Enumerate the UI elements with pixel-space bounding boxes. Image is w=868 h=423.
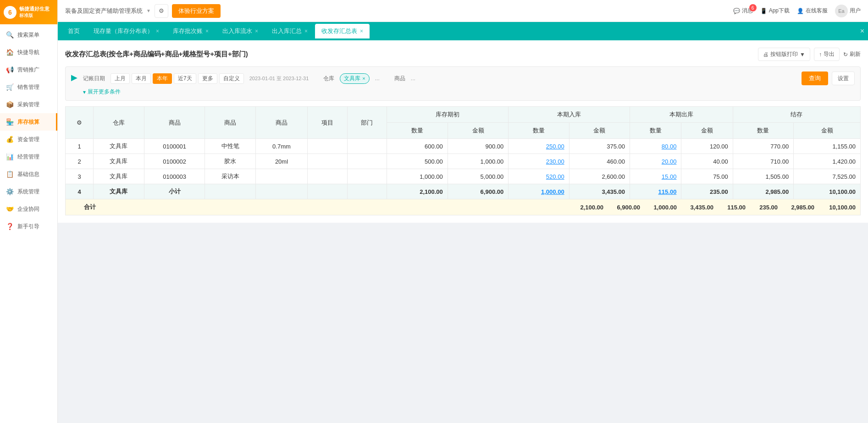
row-open-amt: 900.00 <box>448 139 508 154</box>
subtotal-spec <box>205 184 256 199</box>
operations-icon: 📊 <box>6 153 14 161</box>
tab-in-out-flow[interactable]: 出入库流水 × <box>216 24 265 38</box>
support-button[interactable]: 👤 在线客服 <box>797 7 828 15</box>
subtotal-empty3 <box>347 184 387 199</box>
sidebar-item-quick-nav[interactable]: 🏠 快捷导航 <box>0 44 57 61</box>
row-warehouse: 文具库 <box>94 154 144 169</box>
row-out-qty[interactable]: 80.00 <box>630 139 681 154</box>
date-btn-7days[interactable]: 近7天 <box>174 73 196 84</box>
row-code: 0100002 <box>144 154 205 169</box>
sales-icon: 🛒 <box>6 83 14 91</box>
sidebar-item-guide[interactable]: ❓ 新手引导 <box>0 218 57 235</box>
column-settings-button[interactable]: 设置 <box>832 71 855 85</box>
export-label: 导出 <box>824 50 835 58</box>
goods-more[interactable]: ... <box>411 75 415 82</box>
sidebar-item-purchase[interactable]: 📦 采购管理 <box>0 96 57 113</box>
tab-close-icon[interactable]: × <box>304 28 308 34</box>
export-button[interactable]: ↑ 导出 <box>814 48 840 61</box>
sidebar-item-inventory[interactable]: 🏪 库存核算 <box>0 113 57 131</box>
summary-table: ⚙ 仓库 商品 商品 商品 项目 部门 库存期初 本期入库 本期出库 结存 <box>65 106 861 199</box>
tab-close-icon[interactable]: × <box>360 28 363 34</box>
row-bal-qty: 1,505.00 <box>733 169 793 184</box>
row-spec: 20ml <box>256 154 307 169</box>
col-in-amt: 金额 <box>569 123 630 139</box>
sidebar-item-label: 经营管理 <box>17 153 39 161</box>
query-button[interactable]: 查询 <box>802 71 828 85</box>
date-btn-custom[interactable]: 自定义 <box>219 73 244 84</box>
date-btn-this-year[interactable]: 本年 <box>153 73 172 84</box>
print-button[interactable]: 🖨 按钮版打印 ▼ <box>758 48 810 61</box>
row-in-qty[interactable]: 520.00 <box>509 169 569 184</box>
search-icon: 🔍 <box>6 31 14 39</box>
date-range-display: 2023-01-01 至 2023-12-31 <box>249 75 309 82</box>
settings-icon-btn[interactable]: ⚙ <box>155 4 168 18</box>
message-button[interactable]: 💬 消息 6 <box>733 7 753 15</box>
filter-bar: ▶ 记账日期 上月 本月 本年 近7天 更多 自定义 <box>65 66 861 101</box>
topbar-left: 装备及固定资产辅助管理系统 ▼ ⚙ 体验行业方案 <box>65 4 726 18</box>
refresh-button[interactable]: ↻ 刷新 <box>843 50 861 58</box>
tab-inventory-dist[interactable]: 现存量（库存分布表） × <box>87 24 166 38</box>
subtotal-warehouse: 文具库 <box>94 184 144 199</box>
system-dropdown[interactable]: ▼ <box>146 8 151 13</box>
col-bal-qty: 数量 <box>733 123 793 139</box>
tab-in-out-summary[interactable]: 出入库汇总 × <box>265 24 314 38</box>
subtotal-open-amt: 6,900.00 <box>448 184 508 199</box>
row-open-qty: 600.00 <box>387 139 448 154</box>
sidebar-item-system[interactable]: ⚙️ 系统管理 <box>0 183 57 200</box>
col-spec-header: 商品 <box>256 107 307 139</box>
tab-label: 现存量（库存分布表） <box>94 27 153 35</box>
warehouse-tag-text: 文具库 <box>344 75 360 82</box>
col-balance-header: 结存 <box>733 107 860 123</box>
row-in-qty[interactable]: 250.00 <box>509 139 569 154</box>
tabbar: 首页 现存量（库存分布表） × 库存批次账 × 出入库流水 × 出入库汇总 × … <box>58 22 868 40</box>
close-all-tabs-button[interactable]: × <box>860 27 864 35</box>
total-bal-qty: 2,985.00 <box>782 204 819 211</box>
warehouse-tag-close[interactable]: × <box>362 76 365 81</box>
marketing-icon: 📢 <box>6 66 14 74</box>
sidebar-item-label: 搜索菜单 <box>17 31 39 39</box>
row-in-qty[interactable]: 230.00 <box>509 154 569 169</box>
trial-button[interactable]: 体验行业方案 <box>172 4 221 18</box>
row-bal-amt: 1,420.00 <box>794 154 861 169</box>
subtotal-in-qty[interactable]: 1,000.00 <box>509 184 569 199</box>
row-out-qty[interactable]: 15.00 <box>630 169 681 184</box>
row-no: 1 <box>66 139 94 154</box>
sidebar-item-finance[interactable]: 💰 资金管理 <box>0 131 57 148</box>
subtotal-out-qty[interactable]: 115.00 <box>630 184 681 199</box>
sidebar-item-label: 库存核算 <box>17 118 39 126</box>
warehouse-more[interactable]: ... <box>375 75 380 82</box>
date-btn-last-month[interactable]: 上月 <box>111 73 130 84</box>
tab-batch-ledger[interactable]: 库存批次账 × <box>166 24 215 38</box>
tab-close-icon[interactable]: × <box>205 28 209 34</box>
sidebar: 6 畅捷通好生意 标准版 🔍 搜索菜单 🏠 快捷导航 📢 营销推广 🛒 销售管理… <box>0 0 58 423</box>
app-download-button[interactable]: 📱 App下载 <box>760 7 790 15</box>
sidebar-item-operations[interactable]: 📊 经营管理 <box>0 148 57 165</box>
filter-collapse-icon[interactable]: ▶ <box>71 72 77 82</box>
table-row: 1 文具库 0100001 中性笔 0.7mm 600.00 900.00 25… <box>66 139 861 154</box>
enterprise-icon: 🤝 <box>6 205 14 213</box>
date-btn-this-month[interactable]: 本月 <box>132 73 151 84</box>
col-dept-header: 部门 <box>347 107 387 139</box>
col-bal-amt: 金额 <box>794 123 861 139</box>
user-menu[interactable]: Ea 用户 <box>835 5 861 17</box>
row-bal-qty: 710.00 <box>733 154 793 169</box>
col-gear[interactable]: ⚙ <box>66 107 94 139</box>
expand-filter-button[interactable]: ▾ 展开更多条件 <box>83 88 855 96</box>
subtotal-out-amt: 235.00 <box>681 184 733 199</box>
export-icon: ↑ <box>819 51 822 58</box>
tab-home-label: 首页 <box>68 27 80 35</box>
tab-close-icon[interactable]: × <box>156 28 159 34</box>
subtotal-no: 4 <box>66 184 94 199</box>
row-out-qty[interactable]: 20.00 <box>630 154 681 169</box>
sidebar-item-marketing[interactable]: 📢 营销推广 <box>0 61 57 78</box>
sidebar-item-base-info[interactable]: 📋 基础信息 <box>0 165 57 183</box>
sidebar-item-search[interactable]: 🔍 搜索菜单 <box>0 26 57 44</box>
table-row: 3 文具库 0100003 采访本 1,000.00 5,000.00 520.… <box>66 169 861 184</box>
sidebar-item-enterprise[interactable]: 🤝 企业协同 <box>0 200 57 218</box>
col-out-amt: 金额 <box>681 123 733 139</box>
date-btn-more[interactable]: 更多 <box>198 73 217 84</box>
tab-receipt-summary[interactable]: 收发存汇总表 × <box>315 24 370 38</box>
tab-home[interactable]: 首页 <box>61 24 86 38</box>
tab-close-icon[interactable]: × <box>255 28 258 34</box>
sidebar-item-sales[interactable]: 🛒 销售管理 <box>0 78 57 96</box>
